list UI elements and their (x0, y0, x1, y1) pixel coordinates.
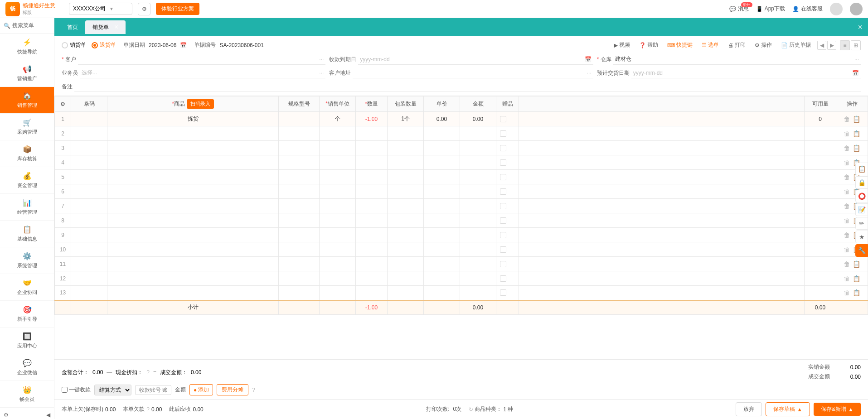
cell-barcode-12[interactable] (71, 271, 107, 286)
avatar[interactable] (830, 3, 843, 15)
sidebar-item-ops-mgmt[interactable]: 📊 经营管理 (0, 194, 54, 221)
cell-gift-9[interactable] (496, 228, 519, 242)
cell-pkg-qty-3[interactable] (388, 141, 424, 155)
delete-icon-3[interactable]: 🗑 (844, 144, 850, 152)
delete-icon-10[interactable]: 🗑 (844, 246, 850, 253)
cell-amount-10[interactable] (460, 242, 496, 257)
cell-gift-12[interactable] (496, 271, 519, 286)
cell-remark-3[interactable] (519, 141, 805, 155)
copy-icon-13[interactable]: 📋 (853, 289, 860, 296)
cell-unit-8[interactable] (320, 213, 356, 228)
sidebar-item-collab[interactable]: 🤝 企业协同 (0, 274, 54, 301)
cell-pkg-qty-9[interactable] (388, 228, 424, 242)
cell-product-4[interactable] (107, 155, 279, 170)
sidebar-item-app-center[interactable]: 🔲 应用中心 (0, 327, 54, 354)
sidebar-item-purchase-mgmt[interactable]: 🛒 采购管理 (0, 114, 54, 140)
cell-amount-3[interactable] (460, 141, 496, 155)
cell-remark-6[interactable] (519, 184, 805, 199)
cell-gift-10[interactable] (496, 242, 519, 257)
cell-unit-1[interactable]: 个 (320, 112, 356, 126)
copy-icon-11[interactable]: 📋 (853, 260, 860, 268)
cell-product-5[interactable] (107, 170, 279, 184)
cell-spec-4[interactable] (279, 155, 320, 170)
radio-return-order[interactable]: 退货单 (92, 41, 116, 49)
cell-qty-11[interactable] (356, 257, 388, 271)
cell-amount-7[interactable] (460, 199, 496, 213)
settings-icon[interactable]: ⚙ (138, 3, 150, 15)
cell-product-9[interactable] (107, 228, 279, 242)
cell-gift-2[interactable] (496, 126, 519, 141)
cell-spec-9[interactable] (279, 228, 320, 242)
cell-gift-4[interactable] (496, 155, 519, 170)
sidebar-item-basic-info[interactable]: 📋 基础信息 (0, 221, 54, 247)
cell-qty-8[interactable] (356, 213, 388, 228)
sidebar-item-quick-nav[interactable]: ⚡ 快捷导航 (0, 34, 54, 60)
cell-remark-10[interactable] (519, 242, 805, 257)
cell-product-12[interactable] (107, 271, 279, 286)
cell-gift-13[interactable] (496, 286, 519, 300)
cell-pkg-qty-10[interactable] (388, 242, 424, 257)
th-settings[interactable]: ⚙ (55, 96, 71, 112)
float-btn-3[interactable]: ⭕ (855, 190, 868, 202)
cell-gift-7[interactable] (496, 199, 519, 213)
radio-sales-order[interactable]: 销货单 (62, 41, 86, 49)
cell-qty-7[interactable] (356, 199, 388, 213)
cell-qty-3[interactable] (356, 141, 388, 155)
cell-amount-2[interactable] (460, 126, 496, 141)
cell-unit-7[interactable] (320, 199, 356, 213)
delete-icon-9[interactable]: 🗑 (844, 231, 850, 239)
cell-amount-5[interactable] (460, 170, 496, 184)
help-button[interactable]: ❓ 帮助 (636, 40, 661, 50)
trial-button[interactable]: 体验行业方案 (156, 3, 199, 15)
cell-unit-4[interactable] (320, 155, 356, 170)
cell-remark-12[interactable] (519, 271, 805, 286)
cell-qty-1[interactable]: -1.00 (356, 112, 388, 126)
message-button[interactable]: 💬 消息 99+ (729, 5, 749, 13)
cell-qty-12[interactable] (356, 271, 388, 286)
cell-remark-13[interactable] (519, 286, 805, 300)
cell-product-3[interactable] (107, 141, 279, 155)
cell-pkg-qty-5[interactable] (388, 170, 424, 184)
delete-icon-12[interactable]: 🗑 (844, 275, 850, 282)
cell-spec-11[interactable] (279, 257, 320, 271)
cell-price-7[interactable] (424, 199, 460, 213)
save-new-button[interactable]: 保存&新增 ▲ (814, 403, 861, 416)
cell-price-8[interactable] (424, 213, 460, 228)
cell-unit-10[interactable] (320, 242, 356, 257)
this-order-owed-icon[interactable]: ? (146, 406, 150, 413)
sidebar-settings-icon[interactable]: ⚙ (4, 412, 9, 418)
cell-gift-5[interactable] (496, 170, 519, 184)
cell-amount-8[interactable] (460, 213, 496, 228)
tab-home[interactable]: 首页 (60, 21, 85, 34)
float-btn-2[interactable]: 🔒 (855, 176, 868, 189)
cell-price-2[interactable] (424, 126, 460, 141)
cell-spec-1[interactable] (279, 112, 320, 126)
cell-gift-6[interactable] (496, 184, 519, 199)
cell-qty-2[interactable] (356, 126, 388, 141)
sidebar-item-inventory[interactable]: 📦 库存核算 (0, 140, 54, 167)
cell-amount-11[interactable] (460, 257, 496, 271)
cell-qty-10[interactable] (356, 242, 388, 257)
abandon-button[interactable]: 放弃 (736, 402, 762, 416)
copy-icon-1[interactable]: 📋 (853, 116, 860, 123)
sidebar-item-marketing[interactable]: 📢 营销推广 (0, 60, 54, 87)
sidebar-item-sales-mgmt[interactable]: 🏠 销售管理 (0, 87, 54, 114)
due-date-calendar-icon[interactable]: 📅 (585, 56, 592, 63)
cell-barcode-5[interactable] (71, 170, 107, 184)
delete-icon-11[interactable]: 🗑 (844, 260, 850, 268)
cell-product-1[interactable]: 拣货 (107, 112, 279, 126)
cell-price-12[interactable] (424, 271, 460, 286)
cell-qty-4[interactable] (356, 155, 388, 170)
operation-button[interactable]: ⚙ 操作 (752, 40, 775, 50)
cell-barcode-8[interactable] (71, 213, 107, 228)
delete-icon-6[interactable]: 🗑 (844, 188, 850, 195)
cell-barcode-7[interactable] (71, 199, 107, 213)
online-service-button[interactable]: 👤 在线客服 (792, 5, 823, 13)
cell-gift-11[interactable] (496, 257, 519, 271)
cell-amount-4[interactable] (460, 155, 496, 170)
cell-barcode-13[interactable] (71, 286, 107, 300)
cell-spec-5[interactable] (279, 170, 320, 184)
salesperson-input[interactable]: 选择... ··· (80, 67, 325, 78)
cell-unit-12[interactable] (320, 271, 356, 286)
cell-gift-1[interactable] (496, 112, 519, 126)
